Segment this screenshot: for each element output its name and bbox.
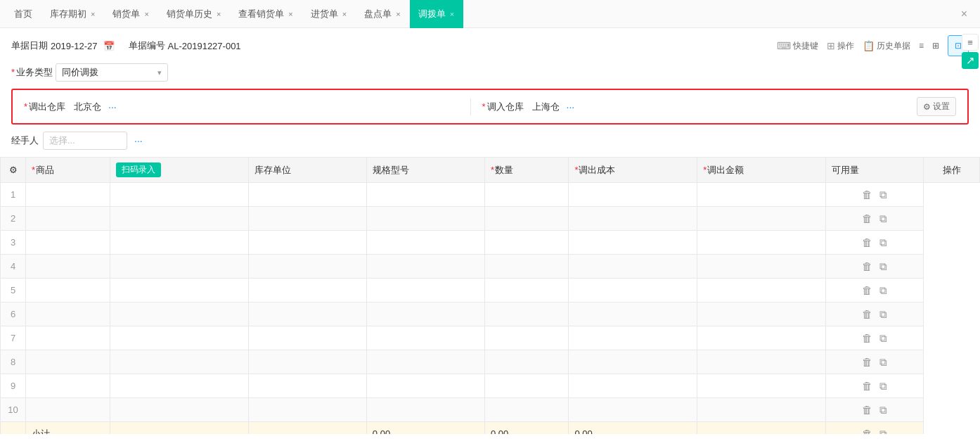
scan-entry-btn[interactable]: 扫码录入 (116, 163, 161, 177)
delete-row-icon[interactable]: 🗑 (860, 211, 874, 226)
tab-inventory-check[interactable]: 盘点单 × (356, 0, 409, 28)
out-warehouse-more-btn[interactable]: ··· (105, 101, 120, 113)
copy-row-icon[interactable]: ⧉ (878, 402, 889, 418)
tab-home[interactable]: 首页 (6, 0, 41, 28)
copy-row-icon[interactable]: ⧉ (878, 235, 889, 250)
row-cost[interactable] (484, 279, 569, 302)
row-cost[interactable] (484, 302, 569, 326)
tab-sales-order[interactable]: 销货单 × (104, 0, 157, 28)
delete-row-icon[interactable]: 🗑 (860, 307, 874, 321)
row-product[interactable] (26, 231, 110, 255)
operation-btn[interactable]: ⊞ 操作 (827, 40, 854, 52)
in-warehouse-more-btn[interactable]: ··· (564, 101, 578, 113)
tab-inventory-init[interactable]: 库存期初 × (41, 0, 104, 28)
copy-row-icon[interactable]: ⧉ (878, 426, 889, 435)
row-qty[interactable] (366, 207, 484, 231)
tab-close-inventory-check[interactable]: × (396, 10, 400, 18)
delete-row-icon[interactable]: 🗑 (860, 355, 874, 369)
row-qty[interactable] (366, 326, 484, 350)
row-qty[interactable] (366, 231, 484, 255)
tab-close-view-sales[interactable]: × (288, 10, 292, 18)
out-warehouse-field: *调出仓库 北京仓 ··· (24, 101, 459, 113)
tab-close-sales-order[interactable]: × (144, 10, 148, 18)
copy-row-icon[interactable]: ⧉ (878, 259, 889, 274)
delete-row-icon[interactable]: 🗑 (860, 283, 874, 298)
delete-row-icon[interactable]: 🗑 (860, 187, 874, 202)
row-cost[interactable] (484, 350, 569, 374)
tab-transfer-order[interactable]: 调拨单 × (410, 0, 463, 28)
row-amount[interactable] (569, 398, 697, 422)
row-qty[interactable] (366, 279, 484, 302)
row-product[interactable] (26, 374, 110, 398)
row-product[interactable] (26, 326, 110, 350)
row-cost[interactable] (484, 231, 569, 255)
tab-purchase-order[interactable]: 进货单 × (302, 0, 356, 28)
sidebar-list-btn[interactable]: ≡ (962, 34, 979, 51)
delete-row-icon[interactable]: 🗑 (860, 402, 874, 417)
row-cost[interactable] (484, 398, 569, 422)
out-warehouse-value[interactable]: 北京仓 (74, 101, 101, 113)
row-qty[interactable] (366, 374, 484, 398)
table-header: ⚙ *商品 扫码录入 库存单位 规格型号 *数量 *调出成本 *调出金额 (1, 158, 980, 183)
list-view-btn[interactable]: ≡ (919, 41, 924, 51)
row-qty[interactable] (366, 255, 484, 279)
row-amount[interactable] (569, 326, 697, 350)
delete-row-icon[interactable]: 🗑 (860, 235, 874, 250)
copy-row-icon[interactable]: ⧉ (878, 355, 889, 370)
row-amount[interactable] (569, 255, 697, 279)
date-value[interactable]: 2019-12-27 (51, 41, 98, 51)
row-amount[interactable] (569, 302, 697, 326)
sidebar-export-btn[interactable]: ↗ (962, 52, 979, 69)
copy-row-icon[interactable]: ⧉ (878, 378, 889, 394)
row-qty[interactable] (366, 183, 484, 207)
delete-row-icon[interactable]: 🗑 (860, 378, 874, 393)
row-product[interactable] (26, 302, 110, 326)
row-amount[interactable] (569, 279, 697, 302)
row-amount[interactable] (569, 207, 697, 231)
row-amount[interactable] (569, 183, 697, 207)
history-btn[interactable]: 📋 历史单据 (863, 40, 910, 52)
tab-view-sales[interactable]: 查看销货单 × (230, 0, 302, 28)
tab-close-inventory-init[interactable]: × (91, 10, 95, 18)
row-amount[interactable] (569, 374, 697, 398)
row-cost[interactable] (484, 183, 569, 207)
grid-view-btn[interactable]: ⊞ (932, 41, 939, 51)
copy-row-icon[interactable]: ⧉ (878, 283, 889, 298)
row-qty[interactable] (366, 350, 484, 374)
settings-btn[interactable]: ⚙ 设置 (917, 97, 956, 116)
row-cost[interactable] (484, 374, 569, 398)
delete-row-icon[interactable]: 🗑 (860, 426, 874, 434)
row-qty[interactable] (366, 398, 484, 422)
handler-select[interactable]: 选择... (43, 132, 127, 150)
tab-close-purchase-order[interactable]: × (342, 10, 347, 18)
window-close-btn[interactable]: × (954, 8, 974, 20)
row-cost[interactable] (484, 326, 569, 350)
copy-row-icon[interactable]: ⧉ (878, 187, 889, 203)
tab-close-sales-history[interactable]: × (217, 10, 221, 18)
row-product[interactable] (26, 279, 110, 302)
tab-close-transfer-order[interactable]: × (450, 10, 454, 18)
row-product[interactable] (26, 183, 110, 207)
row-product[interactable] (26, 350, 110, 374)
in-warehouse-value[interactable]: 上海仓 (532, 101, 560, 113)
row-cost[interactable] (484, 255, 569, 279)
shortcut-btn[interactable]: ⌨ 快捷键 (777, 40, 818, 52)
row-qty[interactable] (366, 302, 484, 326)
handler-more-btn[interactable]: ··· (131, 135, 146, 146)
calendar-icon[interactable]: 📅 (103, 41, 115, 51)
row-product[interactable] (26, 255, 110, 279)
row-product[interactable] (26, 207, 110, 231)
row-amount[interactable] (569, 231, 697, 255)
copy-row-icon[interactable]: ⧉ (878, 331, 889, 346)
tab-sales-history[interactable]: 销货单历史 × (158, 0, 230, 28)
row-spec (248, 326, 366, 350)
copy-row-icon[interactable]: ⧉ (878, 307, 889, 322)
copy-row-icon[interactable]: ⧉ (878, 211, 889, 227)
delete-row-icon[interactable]: 🗑 (860, 259, 874, 274)
row-amount[interactable] (569, 350, 697, 374)
delete-row-icon[interactable]: 🗑 (860, 331, 874, 345)
col-gear[interactable]: ⚙ (1, 158, 26, 183)
row-product[interactable] (26, 398, 110, 422)
business-type-select[interactable]: 同价调拨 ▾ (56, 63, 168, 82)
row-cost[interactable] (484, 207, 569, 231)
